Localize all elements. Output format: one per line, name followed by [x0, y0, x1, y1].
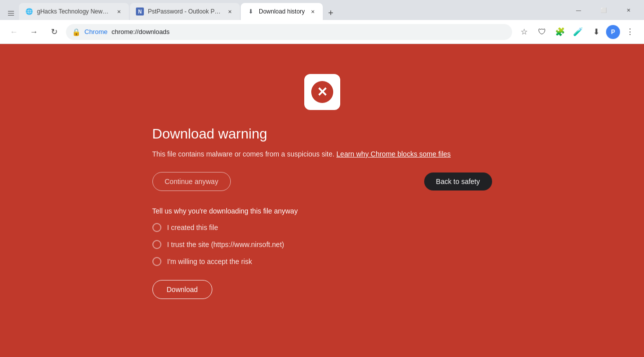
forward-button[interactable]: →: [26, 24, 42, 40]
download-button[interactable]: Download: [152, 280, 212, 299]
profile-avatar[interactable]: P: [606, 25, 620, 39]
shield-button[interactable]: 🛡: [534, 24, 550, 40]
toolbar-right: ☆ 🛡 🧩 🧪 ⬇ P ⋮: [516, 24, 638, 40]
address-bar[interactable]: 🔒 Chrome chrome://downloads: [66, 24, 512, 40]
close-button[interactable]: ✕: [617, 2, 640, 18]
url-text: chrome://downloads: [111, 28, 169, 36]
menu-button[interactable]: ⋮: [622, 24, 638, 40]
extensions-button[interactable]: 🧩: [552, 24, 568, 40]
radio-circle-3: [152, 257, 161, 266]
warning-x-icon: ✕: [311, 81, 333, 103]
downloads-button[interactable]: ⬇: [588, 24, 604, 40]
back-to-safety-button[interactable]: Back to safety: [424, 172, 492, 190]
warning-icon-container: ✕: [304, 74, 340, 110]
lab-button[interactable]: 🧪: [570, 24, 586, 40]
reason-option-3[interactable]: I'm willing to accept the risk: [152, 257, 298, 266]
tab-close-2[interactable]: ✕: [226, 8, 234, 16]
reason-section: Tell us why you're downloading this file…: [152, 207, 298, 299]
reason-option-1[interactable]: I created this file: [152, 223, 298, 232]
warning-description: This file contains malware or comes from…: [152, 150, 451, 158]
button-row: Continue anyway Back to safety: [152, 172, 492, 191]
chrome-label: Chrome: [84, 28, 107, 36]
tab-close-3[interactable]: ✕: [309, 8, 317, 16]
minimize-button[interactable]: —: [567, 2, 590, 18]
radio-circle-2: [152, 240, 161, 249]
tab-favicon-2: N: [136, 8, 144, 16]
tab-favicon-3: ⬇: [247, 8, 255, 16]
reason-title: Tell us why you're downloading this file…: [152, 207, 298, 215]
radio-circle-1: [152, 223, 161, 232]
browser-frame: 🌐 gHacks Technology News and ... ✕ N Pst…: [0, 0, 644, 357]
new-tab-button[interactable]: +: [324, 6, 338, 20]
warning-title: Download warning: [152, 126, 267, 142]
tab-ghacks[interactable]: 🌐 gHacks Technology News and ... ✕: [19, 3, 129, 20]
tab-close-1[interactable]: ✕: [115, 8, 123, 16]
maximize-button[interactable]: ⬜: [592, 2, 615, 18]
reason-label-3: I'm willing to accept the risk: [167, 258, 252, 266]
back-button[interactable]: ←: [6, 24, 22, 40]
tab-title-2: PstPassword - Outlook PST Pas...: [148, 8, 222, 15]
reload-button[interactable]: ↻: [46, 24, 62, 40]
reason-label-2: I trust the site (https://www.nirsoft.ne…: [167, 240, 284, 248]
page-content: ✕ Download warning This file contains ma…: [0, 44, 644, 357]
tab-pstpassword[interactable]: N PstPassword - Outlook PST Pas... ✕: [130, 3, 240, 20]
tab-favicon-1: 🌐: [25, 8, 33, 16]
tab-title-3: Download history: [259, 8, 305, 15]
tab-downloads[interactable]: ⬇ Download history ✕: [241, 3, 323, 20]
lock-icon: 🔒: [72, 28, 80, 36]
reason-option-2[interactable]: I trust the site (https://www.nirsoft.ne…: [152, 240, 298, 249]
continue-anyway-button[interactable]: Continue anyway: [152, 172, 231, 191]
tab-list-button[interactable]: [4, 6, 18, 20]
toolbar: ← → ↻ 🔒 Chrome chrome://downloads ☆ 🛡 🧩 …: [0, 20, 644, 44]
window-controls: — ⬜ ✕: [567, 2, 640, 20]
bookmark-button[interactable]: ☆: [516, 24, 532, 40]
tab-bar: 🌐 gHacks Technology News and ... ✕ N Pst…: [0, 0, 644, 20]
tab-title-1: gHacks Technology News and ...: [37, 8, 111, 15]
learn-more-link[interactable]: Learn why Chrome blocks some files: [336, 150, 451, 158]
reason-label-1: I created this file: [167, 224, 218, 232]
